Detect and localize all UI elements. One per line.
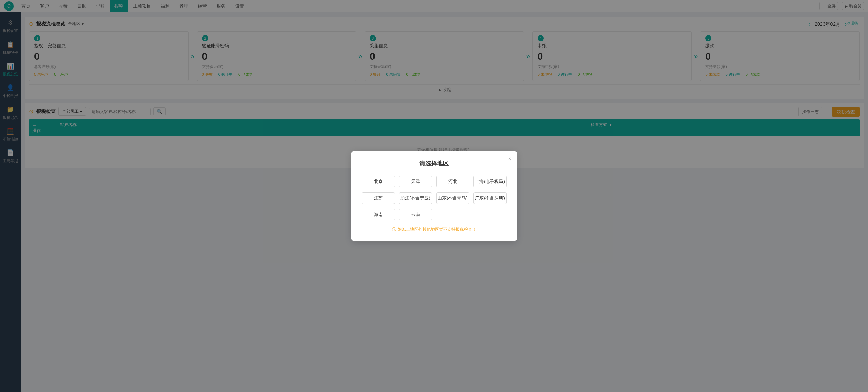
modal-close-button[interactable]: × xyxy=(508,156,511,162)
region-grid-row1: 北京 天津 河北 上海(电子税局) xyxy=(362,176,507,187)
region-hainan[interactable]: 海南 xyxy=(362,209,395,220)
region-guangdong[interactable]: 广东(不含深圳) xyxy=(473,192,507,204)
region-tianjin[interactable]: 天津 xyxy=(399,176,432,187)
region-select-modal: × 请选择地区 北京 天津 河北 上海(电子税局) 江苏 浙江(不含宁波) 山东… xyxy=(351,151,517,241)
region-grid-row3: 海南 云南 xyxy=(362,209,507,220)
region-yunnan[interactable]: 云南 xyxy=(399,209,432,220)
region-placeholder2 xyxy=(473,209,507,220)
region-zhejiang[interactable]: 浙江(不含宁波) xyxy=(399,192,432,204)
region-jiangsu[interactable]: 江苏 xyxy=(362,192,395,204)
region-shanghai[interactable]: 上海(电子税局) xyxy=(473,176,507,187)
modal-title: 请选择地区 xyxy=(362,159,507,167)
region-placeholder1 xyxy=(436,209,469,220)
modal-overlay[interactable]: × 请选择地区 北京 天津 河北 上海(电子税局) 江苏 浙江(不含宁波) 山东… xyxy=(0,0,868,392)
warning-icon: ⓘ xyxy=(392,227,396,233)
region-hebei[interactable]: 河北 xyxy=(436,176,469,187)
region-shandong[interactable]: 山东(不含青岛) xyxy=(436,192,469,204)
region-beijing[interactable]: 北京 xyxy=(362,176,395,187)
modal-warning: ⓘ 除以上地区外其他地区暂不支持报税检查！ xyxy=(362,227,507,233)
region-grid-row2: 江苏 浙江(不含宁波) 山东(不含青岛) 广东(不含深圳) xyxy=(362,192,507,204)
modal-warning-text: 除以上地区外其他地区暂不支持报税检查！ xyxy=(398,227,476,233)
